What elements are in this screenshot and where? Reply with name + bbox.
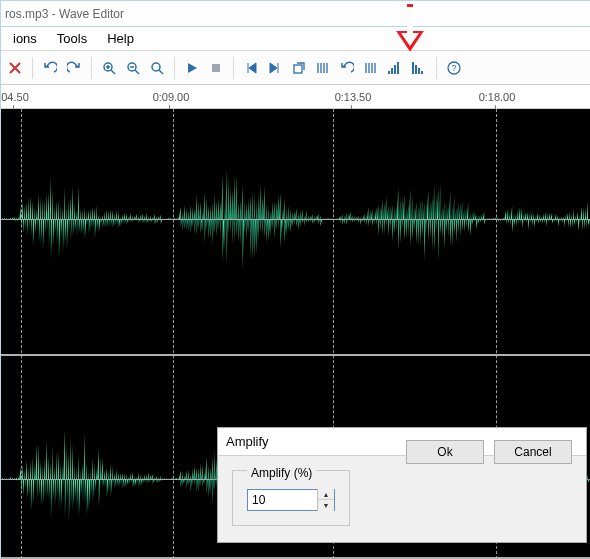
- revert-icon[interactable]: [335, 56, 359, 80]
- svg-point-2: [152, 63, 160, 71]
- svg-rect-8: [397, 62, 399, 74]
- menubar: ions Tools Help: [1, 27, 590, 51]
- app-window: ros.mp3 - Wave Editor ions Tools Help: [0, 0, 590, 559]
- help-icon[interactable]: ?: [442, 56, 466, 80]
- menu-item-help[interactable]: Help: [97, 31, 144, 46]
- svg-rect-4: [294, 65, 302, 73]
- toolbar: ?: [1, 51, 590, 85]
- tick-label: 0:13.50: [333, 91, 373, 103]
- amplify-fieldset: Amplify (%) ▲ ▼: [232, 470, 350, 526]
- bars-icon[interactable]: [359, 56, 383, 80]
- undo-icon[interactable]: [38, 56, 62, 80]
- separator: [91, 57, 92, 79]
- close-icon[interactable]: [3, 56, 27, 80]
- zoom-in-icon[interactable]: [97, 56, 121, 80]
- amplify-label: Amplify (%): [247, 466, 316, 480]
- svg-rect-7: [394, 65, 396, 74]
- menu-item-options[interactable]: ions: [3, 31, 47, 46]
- svg-rect-10: [415, 65, 417, 74]
- title-text: ros.mp3 - Wave Editor: [5, 7, 124, 21]
- separator: [32, 57, 33, 79]
- timeline-ruler[interactable]: 04.50 0:09.00 0:13.50 0:18.00: [1, 85, 590, 109]
- skip-start-icon[interactable]: [239, 56, 263, 80]
- separator: [174, 57, 175, 79]
- svg-rect-9: [412, 62, 414, 74]
- fade-in-icon[interactable]: [383, 56, 407, 80]
- svg-rect-3: [212, 64, 220, 72]
- svg-rect-11: [418, 68, 420, 74]
- new-window-icon[interactable]: [287, 56, 311, 80]
- titlebar: ros.mp3 - Wave Editor: [1, 1, 590, 27]
- channel-divider: [1, 354, 590, 356]
- play-icon[interactable]: [180, 56, 204, 80]
- svg-rect-6: [391, 68, 393, 74]
- amplify-spinner[interactable]: ▲ ▼: [247, 489, 335, 511]
- spin-down-icon[interactable]: ▼: [318, 500, 334, 511]
- redo-icon[interactable]: [62, 56, 86, 80]
- zoom-out-icon[interactable]: [121, 56, 145, 80]
- cancel-button[interactable]: Cancel: [494, 440, 572, 464]
- amplify-dialog: Amplify Amplify (%) ▲ ▼: [217, 427, 587, 543]
- separator: [436, 57, 437, 79]
- svg-rect-12: [421, 71, 423, 74]
- tick-label: 0:09.00: [151, 91, 191, 103]
- stop-icon[interactable]: [204, 56, 228, 80]
- svg-text:?: ?: [451, 63, 456, 73]
- amplify-input[interactable]: [248, 491, 317, 509]
- tick-label: 0:18.00: [477, 91, 517, 103]
- skip-end-icon[interactable]: [263, 56, 287, 80]
- spin-up-icon[interactable]: ▲: [318, 489, 334, 500]
- separator: [233, 57, 234, 79]
- svg-rect-5: [388, 71, 390, 74]
- ok-button[interactable]: Ok: [406, 440, 484, 464]
- marks-icon[interactable]: [311, 56, 335, 80]
- tick-label: 04.50: [0, 91, 35, 103]
- fade-out-icon[interactable]: [407, 56, 431, 80]
- waveform-area[interactable]: Amplify Amplify (%) ▲ ▼: [1, 109, 590, 559]
- zoom-fit-icon[interactable]: [145, 56, 169, 80]
- waveform-channel-1: [1, 109, 590, 329]
- menu-item-tools[interactable]: Tools: [47, 31, 97, 46]
